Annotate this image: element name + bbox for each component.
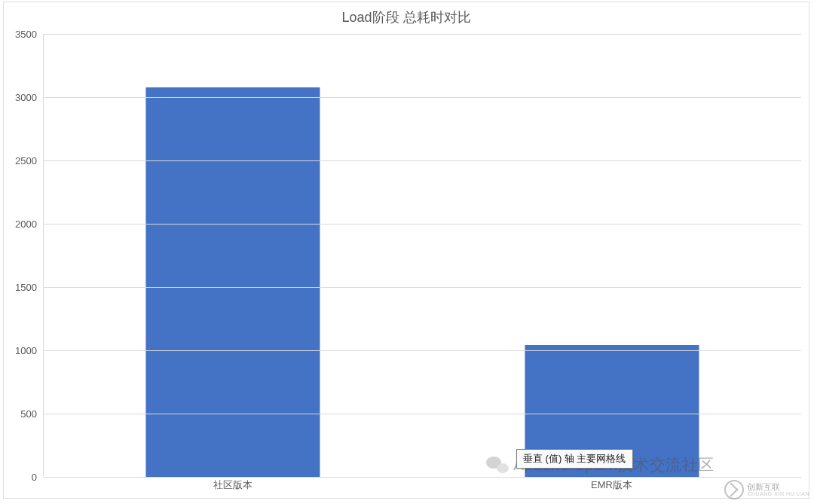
bar-slot	[423, 34, 802, 477]
x-axis-labels: 社区版本EMR版本	[43, 478, 801, 495]
y-axis: 0500100015002000250030003500	[11, 34, 43, 477]
chart-title: Load阶段 总耗时对比	[4, 2, 809, 26]
watermark: Apache Spark技术交流社区	[4, 450, 809, 480]
corner-logo: 创新互联 CHUANG XIN HU LIAN	[724, 480, 809, 499]
y-tick-label: 1000	[15, 345, 37, 356]
y-tick-label: 1500	[15, 282, 37, 293]
chart-container: Load阶段 总耗时对比 050010001500200025003000350…	[3, 2, 809, 499]
gridline-tooltip: 垂直 (值) 轴 主要网格线	[516, 449, 633, 469]
gridline	[44, 224, 801, 225]
logo-name: 创新互联	[747, 482, 809, 491]
gridline	[44, 414, 801, 414]
y-tick-label: 3500	[15, 29, 37, 40]
wechat-icon	[486, 455, 509, 475]
plot-area-outer: 0500100015002000250030003500	[11, 34, 801, 477]
y-tick-label: 3000	[15, 92, 37, 103]
y-tick-label: 2500	[15, 155, 37, 166]
bar	[146, 87, 320, 477]
bars-group	[44, 34, 801, 477]
logo-sub: CHUANG XIN HU LIAN	[747, 491, 809, 497]
bar-slot	[44, 34, 423, 477]
gridline	[44, 97, 801, 98]
gridline	[44, 160, 801, 161]
y-tick-label: 500	[20, 408, 37, 420]
logo-mark-icon	[724, 480, 744, 499]
y-tick-label: 2000	[15, 218, 37, 230]
gridline	[44, 287, 801, 288]
gridline	[44, 34, 801, 35]
x-tick-label: 社区版本	[43, 478, 422, 495]
plot-area	[43, 34, 801, 477]
gridline	[44, 350, 801, 351]
